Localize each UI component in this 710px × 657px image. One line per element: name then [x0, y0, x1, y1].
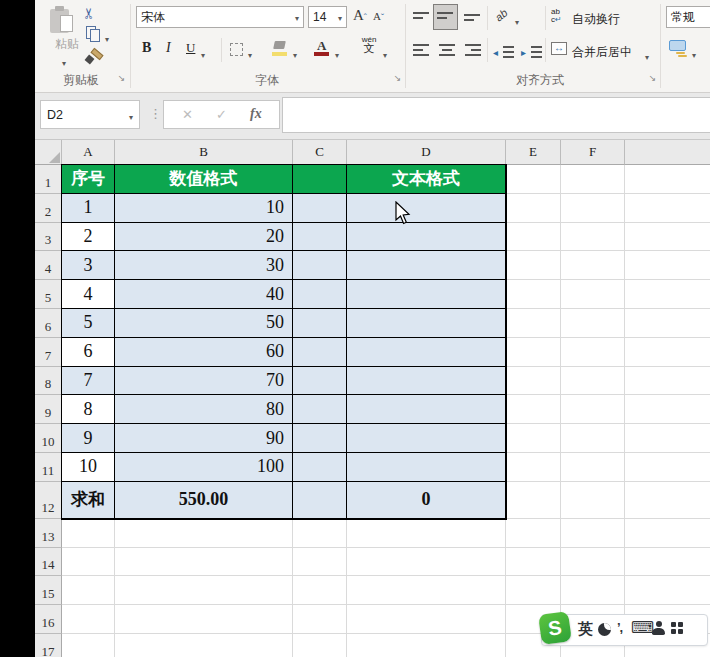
cell-D7[interactable] [347, 338, 506, 367]
cell-D1[interactable]: 文本格式 [347, 165, 506, 194]
cell-bg-7-7[interactable] [625, 338, 710, 367]
column-header-partial[interactable] [625, 140, 710, 165]
cell-bg-2-16[interactable] [115, 605, 293, 634]
row-header-1[interactable]: 1 [35, 165, 62, 194]
row-header-11[interactable]: 11 [35, 453, 62, 482]
cell-bg-7-6[interactable] [625, 309, 710, 338]
cell-bg-1-16[interactable] [62, 605, 115, 634]
fill-color-dropdown-icon[interactable] [293, 44, 297, 62]
align-top-icon[interactable] [413, 12, 431, 19]
cell-A7[interactable]: 6 [62, 338, 115, 367]
cell-bg-3-14[interactable] [293, 548, 347, 577]
cell-B12[interactable]: 550.00 [115, 482, 293, 519]
cell-D6[interactable] [347, 309, 506, 338]
ime-toolbox-icon[interactable] [671, 622, 683, 634]
increase-font-size-icon[interactable]: A [353, 7, 367, 24]
cell-bg-4-16[interactable] [347, 605, 506, 634]
cell-D4[interactable] [347, 251, 506, 280]
merge-center-label[interactable]: 合并后居中 [572, 44, 632, 61]
cell-bg-7-8[interactable] [625, 367, 710, 396]
cell-bg-2-17[interactable] [115, 634, 293, 657]
cell-bg-5-4[interactable] [506, 251, 561, 280]
merge-center-dropdown-icon[interactable] [645, 46, 649, 64]
cell-bg-7-15[interactable] [625, 576, 710, 605]
ime-language-mode[interactable]: 英 [578, 620, 593, 639]
cell-C3[interactable] [293, 223, 347, 252]
column-header-E[interactable]: E [506, 140, 561, 165]
select-all-triangle-icon[interactable] [49, 152, 60, 163]
cell-bg-6-2[interactable] [561, 194, 625, 223]
clipboard-dialog-launcher-icon[interactable] [116, 73, 127, 84]
cell-bg-4-17[interactable] [347, 634, 506, 657]
row-header-12[interactable]: 12 [35, 482, 62, 519]
cell-bg-5-6[interactable] [506, 309, 561, 338]
decrease-font-size-icon[interactable]: A [373, 10, 384, 22]
font-dialog-launcher-icon[interactable] [392, 73, 403, 84]
copy-dropdown-icon[interactable] [105, 28, 109, 46]
cell-bg-7-3[interactable] [625, 223, 710, 252]
borders-dropdown-icon[interactable] [248, 44, 252, 62]
row-header-5[interactable]: 5 [35, 280, 62, 309]
row-header-16[interactable]: 16 [35, 605, 62, 634]
cell-bg-4-14[interactable] [347, 548, 506, 577]
column-header-F[interactable]: F [561, 140, 625, 165]
cell-A8[interactable]: 7 [62, 367, 115, 396]
cell-bg-1-14[interactable] [62, 548, 115, 577]
cell-bg-3-15[interactable] [293, 576, 347, 605]
row-header-7[interactable]: 7 [35, 338, 62, 367]
cell-bg-6-6[interactable] [561, 309, 625, 338]
cell-bg-6-3[interactable] [561, 223, 625, 252]
cell-B5[interactable]: 40 [115, 280, 293, 309]
cell-D12[interactable]: 0 [347, 482, 506, 519]
cell-bg-6-7[interactable] [561, 338, 625, 367]
row-header-10[interactable]: 10 [35, 424, 62, 453]
row-header-3[interactable]: 3 [35, 223, 62, 252]
copy-button[interactable] [86, 26, 112, 42]
align-bottom-icon[interactable] [464, 14, 482, 21]
cell-bg-5-5[interactable] [506, 280, 561, 309]
cell-bg-3-16[interactable] [293, 605, 347, 634]
row-header-8[interactable]: 8 [35, 367, 62, 396]
formula-input[interactable] [282, 97, 710, 133]
cell-A6[interactable]: 5 [62, 309, 115, 338]
cell-bg-5-9[interactable] [506, 395, 561, 424]
cell-C10[interactable] [293, 424, 347, 453]
cell-bg-4-15[interactable] [347, 576, 506, 605]
font-color-dropdown-icon[interactable] [335, 44, 339, 62]
cell-B6[interactable]: 50 [115, 309, 293, 338]
cell-C8[interactable] [293, 367, 347, 396]
column-header-B[interactable]: B [115, 140, 293, 165]
cell-C9[interactable] [293, 395, 347, 424]
cell-D10[interactable] [347, 424, 506, 453]
cell-bg-4-13[interactable] [347, 519, 506, 548]
cell-bg-7-10[interactable] [625, 424, 710, 453]
cell-bg-7-1[interactable] [625, 165, 710, 194]
row-header-15[interactable]: 15 [35, 576, 62, 605]
cell-A2[interactable]: 1 [62, 194, 115, 223]
phonetic-guide-button[interactable]: wén 文 [358, 36, 380, 54]
cell-bg-5-15[interactable] [506, 576, 561, 605]
cell-bg-6-1[interactable] [561, 165, 625, 194]
cell-C4[interactable] [293, 251, 347, 280]
cell-bg-6-4[interactable] [561, 251, 625, 280]
row-header-14[interactable]: 14 [35, 548, 62, 577]
cell-C7[interactable] [293, 338, 347, 367]
cell-bg-2-13[interactable] [115, 519, 293, 548]
enter-button[interactable]: ✓ [216, 107, 227, 122]
cell-bg-6-14[interactable] [561, 548, 625, 577]
ime-user-icon[interactable] [652, 621, 665, 635]
cell-bg-7-11[interactable] [625, 453, 710, 482]
font-name-dropdown-icon[interactable] [295, 10, 299, 24]
name-box-dropdown-icon[interactable] [129, 106, 133, 124]
wrap-text-button[interactable]: ab c↵ [551, 8, 567, 24]
cell-bg-6-15[interactable] [561, 576, 625, 605]
cell-bg-7-5[interactable] [625, 280, 710, 309]
ime-punctuation-icon[interactable]: ’, [617, 620, 622, 635]
cell-C2[interactable] [293, 194, 347, 223]
cell-bg-1-17[interactable] [62, 634, 115, 657]
name-box[interactable]: D2 [40, 100, 140, 129]
wrap-text-label[interactable]: 自动换行 [572, 11, 620, 28]
cell-C12[interactable] [293, 482, 347, 519]
cell-D9[interactable] [347, 395, 506, 424]
orientation-dropdown-icon[interactable] [515, 11, 519, 29]
